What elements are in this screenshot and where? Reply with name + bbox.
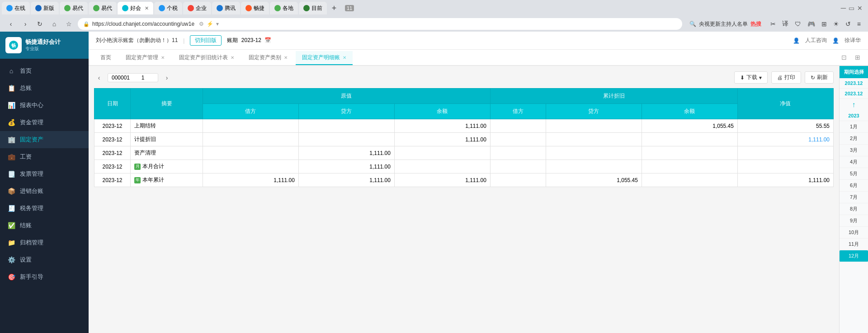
back-button[interactable]: ‹ [5,19,16,29]
tab-close-fixed-asset-mgmt[interactable]: ✕ [161,55,165,60]
period-month-4[interactable]: 4月 [840,156,868,168]
period-month-1[interactable]: 1月 [840,121,868,133]
tab-depreciation-stats[interactable]: 固定资产折旧统计表 ✕ [173,51,241,65]
window-minimize-icon[interactable]: ⊡ [839,52,849,62]
url-bar[interactable]: 🔒 https://cloud.chanjet.com/accounting/u… [78,18,682,30]
payroll-nav-icon: 💼 [7,153,15,161]
tab-close-depreciation-stats[interactable]: ✕ [231,55,234,60]
switch-version-button[interactable]: 切到旧版 [190,35,222,46]
table-row: 2023-12 资产清理 1,111.00 [94,146,834,160]
sidebar-item-reports[interactable]: 📊 报表中心 [0,97,89,114]
sidebar: 畅 畅捷通好会计 专业版 ⌂ 首页 📋 总账 📊 报表中心 💰 资金管理 [0,32,89,333]
browser-tab-7[interactable]: 腾讯 [212,2,240,14]
browser-tab-9[interactable]: 各地 [270,2,298,14]
period-month-3[interactable]: 3月 [840,145,868,156]
period-selected-1[interactable]: 2023.12 [840,78,868,89]
sidebar-label-purchase-sales: 进销台账 [20,187,43,195]
logo-subtitle: 专业版 [25,46,61,52]
translate-tool[interactable]: 译 [780,20,790,28]
period-scroll-up[interactable]: ↑ [840,99,868,111]
page-tabs: 首页 固定资产管理 ✕ 固定资产折旧统计表 ✕ 固定资产类别 ✕ 固定资产明细账… [89,50,868,66]
dropdown-icon[interactable]: ▾ [216,21,219,27]
sidebar-item-fixed-assets[interactable]: 🏢 固定资产 [0,131,89,148]
print-button[interactable]: 🖨 打印 [771,71,801,84]
sun-tool[interactable]: ☀ [831,20,841,28]
history-tool[interactable]: ↺ [844,20,853,28]
search-area[interactable]: 🔍 央视更新主持人名单 热搜 [689,20,761,28]
row4-summary: 年 本年累计 [131,174,203,187]
tab-favicon-7 [217,5,223,11]
sidebar-item-payroll[interactable]: 💼 工资 [0,148,89,165]
tab-label-2: 易代 [72,5,83,12]
close-button[interactable]: ✕ [857,5,863,12]
game-tool[interactable]: 🎮 [806,20,817,28]
prev-page-button[interactable]: ‹ [94,73,104,83]
download-button[interactable]: ⬇ 下载 ▾ [734,71,768,84]
period-panel-header: 期间选择 [840,66,868,78]
sidebar-item-archive[interactable]: 📁 归档管理 [0,234,89,251]
funds-nav-icon: 💰 [7,118,15,127]
browser-tab-8[interactable]: 畅捷 [241,2,269,14]
period-month-11[interactable]: 11月 [840,239,868,250]
tab-asset-detail-ledger[interactable]: 固定资产明细账 ✕ [296,51,353,65]
sidebar-item-home[interactable]: ⌂ 首页 [0,62,89,80]
browser-tab-2[interactable]: 易代 [60,2,88,14]
row3-accum-credit [546,160,642,174]
browser-tab-1[interactable]: 新版 [31,2,59,14]
browser-tab-4[interactable]: 好会 ✕ [118,2,153,14]
bookmark-button[interactable]: ☆ [63,19,74,29]
service-btn[interactable]: 人工咨询 [805,37,827,44]
period-selected-2[interactable]: 2023.12 [840,89,868,99]
tab-label-6: 企业 [196,5,207,12]
col-net-value: 净值 [737,89,833,119]
period-month-5[interactable]: 5月 [840,168,868,180]
menu-tool[interactable]: ≡ [855,20,863,28]
period-month-10[interactable]: 10月 [840,227,868,239]
page-number-input[interactable] [132,75,154,81]
period-month-8[interactable]: 8月 [840,203,868,215]
table-row: 2023-12 计提折旧 1,111.00 1,111.00 [94,133,834,146]
tab-bar: 在线 新版 易代 易代 好会 ✕ 个税 企业 腾讯 [0,0,868,16]
period-month-2[interactable]: 2月 [840,133,868,145]
tab-close-4[interactable]: ✕ [145,5,149,11]
tab-home[interactable]: 首页 [94,51,118,65]
sidebar-item-settings[interactable]: ⚙️ 设置 [0,251,89,268]
sidebar-item-guide[interactable]: 🎯 新手引导 [0,268,89,286]
browser-tab-10[interactable]: 目前 [299,2,327,14]
shield-tool[interactable]: 🛡 [793,20,803,28]
tab-close-asset-detail-ledger[interactable]: ✕ [343,55,346,60]
tab-close-asset-category[interactable]: ✕ [284,55,288,60]
new-tab-button[interactable]: + [328,2,340,14]
browser-tab-0[interactable]: 在线 [2,2,30,14]
refresh-button[interactable]: ↻ 刷新 [805,71,834,84]
refresh-browser-button[interactable]: ↻ [34,19,45,29]
tab-fixed-asset-mgmt[interactable]: 固定资产管理 ✕ [119,51,171,65]
grid-tool[interactable]: ⊞ [820,20,829,28]
browser-tab-5[interactable]: 个税 [154,2,182,14]
next-page-button[interactable]: › [162,73,172,83]
sidebar-item-ledger[interactable]: 📋 总账 [0,80,89,97]
period-month-7[interactable]: 7月 [840,192,868,203]
browser-tab-6[interactable]: 企业 [183,2,211,14]
sidebar-item-tax[interactable]: 🧾 税务管理 [0,200,89,217]
period-month-9[interactable]: 9月 [840,215,868,227]
sidebar-item-funds[interactable]: 💰 资金管理 [0,114,89,131]
minimize-button[interactable]: ─ [841,4,846,12]
col-original-value: 原值 [203,89,491,104]
restore-button[interactable]: ▭ [849,5,854,12]
tab-favicon-9 [274,5,281,11]
tab-asset-category[interactable]: 固定资产类别 ✕ [242,51,294,65]
period-calendar-icon[interactable]: 📅 [264,37,271,43]
sidebar-item-invoice[interactable]: 🗒️ 发票管理 [0,165,89,183]
window-maximize-icon[interactable]: ⊞ [853,52,863,62]
forward-button[interactable]: › [20,19,31,29]
scissors-tool[interactable]: ✂ [769,20,778,28]
sidebar-item-purchase-sales[interactable]: 📦 进销台账 [0,183,89,200]
period-month-12[interactable]: 12月 [840,250,868,262]
home-button[interactable]: ⌂ [49,19,60,29]
period-year-label: 2023 [840,111,868,121]
download-dropdown-icon[interactable]: ▾ [759,75,762,81]
browser-tab-3[interactable]: 易代 [89,2,117,14]
period-month-6[interactable]: 6月 [840,180,868,192]
sidebar-item-closing[interactable]: ✅ 结账 [0,217,89,234]
